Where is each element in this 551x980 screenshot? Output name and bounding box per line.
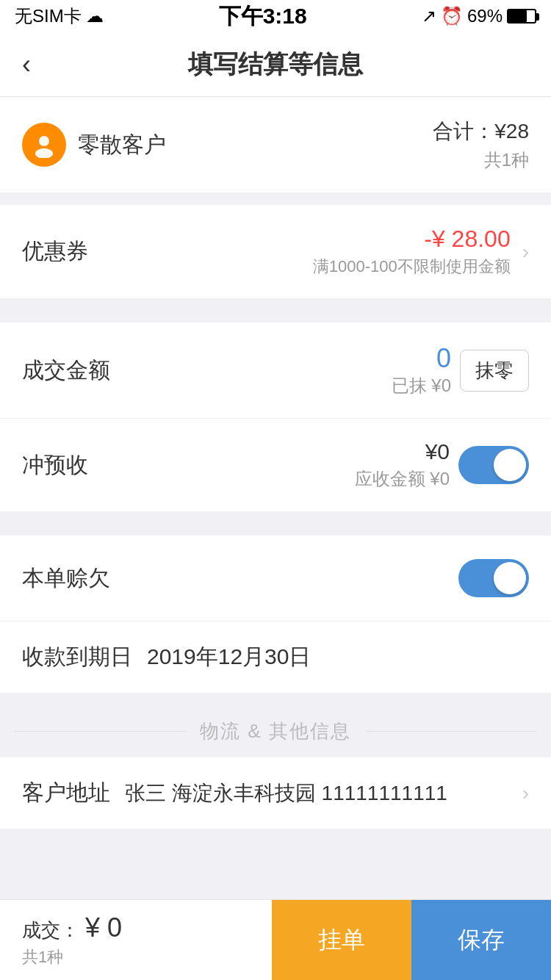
svg-point-0 [39,136,49,146]
customer-name: 零散客户 [78,130,166,160]
customer-row: 零散客户 合计：¥28 共1种 [0,97,551,193]
bottom-count: 共1种 [22,946,250,968]
pre-receive-toggle[interactable] [458,446,529,484]
pre-receive-right: ¥0 应收金额 ¥0 [355,439,529,491]
coupon-discount: -¥ 28.00 [313,226,511,253]
debt-label: 本单赊欠 [22,563,110,594]
logistics-line-left [15,731,185,732]
total-count: 共1种 [433,148,529,172]
save-button[interactable]: 保存 [411,900,551,981]
logistics-text: 物流 & 其他信息 [200,718,351,744]
address-chevron-icon: › [522,782,529,805]
customer-total: 合计：¥28 共1种 [433,118,529,172]
transaction-value-block: 0 已抹 ¥0 [392,343,451,397]
transaction-right: 0 已抹 ¥0 抹零 [392,343,529,397]
transaction-row: 成交金额 0 已抹 ¥0 抹零 [0,323,551,419]
battery-icon [507,9,536,24]
sim-status: 无SIM卡 ☁ [15,4,104,28]
transaction-amount[interactable]: 0 [392,343,451,374]
location-icon: ↗ [422,6,436,26]
address-value: 张三 海淀永丰科技园 11111111111 [125,779,519,807]
due-date-row: 收款到期日 2019年12月30日 [0,621,551,693]
transaction-sub: 已抹 ¥0 [392,374,451,397]
alarm-icon: ⏰ [441,6,463,26]
logistics-line-right [366,731,536,732]
hold-button[interactable]: 挂单 [272,900,411,981]
logistics-divider: 物流 & 其他信息 [0,705,551,757]
customer-section: 零散客户 合计：¥28 共1种 [0,97,551,193]
debt-row: 本单赊欠 [0,536,551,621]
person-icon [31,131,57,158]
coupon-section: 优惠券 -¥ 28.00 满1000-100不限制使用金额 › [0,205,551,299]
main-content: 零散客户 合计：¥28 共1种 优惠券 -¥ 28.00 满1000-100不限… [0,97,551,929]
coupon-desc: 满1000-100不限制使用金额 [313,256,511,278]
battery-percent: 69% [467,6,503,26]
status-right: ↗ ⏰ 69% [422,6,536,26]
separator-1 [0,311,551,323]
customer-info: 零散客户 [22,123,166,167]
debt-toggle[interactable] [458,559,529,597]
coupon-label: 优惠券 [22,237,88,267]
nav-bar: ‹ 填写结算等信息 [0,32,551,97]
separator-2 [0,524,551,536]
back-button[interactable]: ‹ [22,49,31,80]
status-time: 下午3:18 [219,1,307,32]
address-section: 客户地址 张三 海淀永丰科技园 11111111111 › [0,757,551,829]
pre-receive-label: 冲预收 [22,450,88,480]
pre-receive-amount: ¥0 [355,439,450,464]
chevron-right-icon: › [522,240,529,264]
bottom-transaction-label: 成交： [22,918,79,943]
coupon-row[interactable]: 优惠券 -¥ 28.00 满1000-100不限制使用金额 › [0,205,551,299]
pre-receive-value: ¥0 应收金额 ¥0 [355,439,450,491]
pre-receive-row: 冲预收 ¥0 应收金额 ¥0 [0,419,551,512]
total-amount: 合计：¥28 [433,118,529,145]
transaction-label: 成交金额 [22,356,110,386]
toggle-knob [494,449,526,481]
due-date-value[interactable]: 2019年12月30日 [147,642,311,672]
address-label: 客户地址 [22,778,110,808]
transaction-section: 成交金额 0 已抹 ¥0 抹零 冲预收 ¥0 应收金额 ¥0 [0,323,551,512]
status-bar: 无SIM卡 ☁ 下午3:18 ↗ ⏰ 69% [0,0,551,32]
bottom-transaction-row: 成交： ¥ 0 [22,912,250,943]
coupon-right: -¥ 28.00 满1000-100不限制使用金额 › [313,226,529,278]
debt-toggle-knob [494,562,526,594]
pre-receive-sub: 应收金额 ¥0 [355,467,450,491]
due-date-label: 收款到期日 [22,642,132,672]
coupon-value-block: -¥ 28.00 满1000-100不限制使用金额 [313,226,511,278]
address-row[interactable]: 客户地址 张三 海淀永丰科技园 11111111111 › [0,757,551,829]
bottom-summary: 成交： ¥ 0 共1种 [0,912,272,968]
debt-section: 本单赊欠 收款到期日 2019年12月30日 [0,536,551,693]
round-button[interactable]: 抹零 [460,350,529,392]
avatar [22,123,66,167]
svg-point-1 [35,148,53,158]
bottom-bar: 成交： ¥ 0 共1种 挂单 保存 [0,899,551,980]
page-title: 填写结算等信息 [188,48,363,82]
bottom-transaction-amount: ¥ 0 [85,912,122,943]
status-left: 无SIM卡 ☁ [15,4,104,28]
